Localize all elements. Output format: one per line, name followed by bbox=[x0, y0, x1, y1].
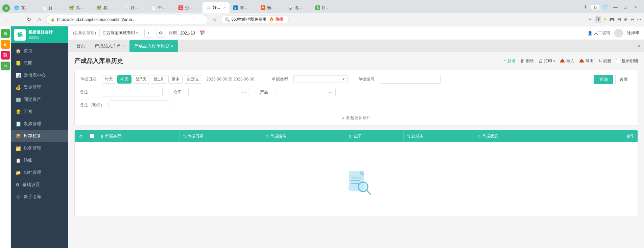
maximize-button[interactable]: □ bbox=[621, 3, 630, 12]
date-week-btn[interactable]: 近7天 bbox=[133, 75, 149, 84]
product-dots-icon[interactable]: ··· bbox=[329, 89, 333, 95]
page-tab-home[interactable]: 首页 bbox=[72, 40, 90, 52]
add-button[interactable]: + 新增 bbox=[504, 58, 516, 64]
date-month-btn[interactable]: 近1月 bbox=[151, 75, 167, 84]
browser-tab-11[interactable]: 📊 各... bbox=[285, 3, 312, 13]
browser-back-btn[interactable]: ⊕ bbox=[1, 3, 11, 13]
quick-app-3[interactable]: 微 bbox=[1, 51, 10, 60]
game-icon[interactable]: 🎮 bbox=[609, 17, 615, 22]
browser-tab-10[interactable]: M 畅... bbox=[257, 3, 284, 13]
reload-button[interactable]: ↻ bbox=[24, 15, 33, 24]
scissors-icon[interactable]: ✂ bbox=[588, 17, 592, 22]
filter-settings-button[interactable]: 设置 bbox=[615, 75, 632, 84]
note-detail-input[interactable] bbox=[109, 100, 169, 109]
page-tab-voucher-list[interactable]: 产成品入库单 × bbox=[90, 40, 129, 52]
note-input[interactable] bbox=[102, 88, 163, 96]
home-button[interactable]: ⌂ bbox=[35, 15, 44, 24]
col-warehouse[interactable]: ⇅ 仓库 bbox=[345, 130, 403, 142]
select-all-checkbox[interactable] bbox=[90, 134, 94, 138]
sun-icon[interactable]: ☀ bbox=[624, 17, 628, 22]
currency-icon[interactable]: ¥ bbox=[604, 17, 606, 22]
sidebar-item-guide[interactable]: ➕ 新手引导 bbox=[11, 191, 68, 203]
shirt-icon[interactable]: 👕 bbox=[601, 3, 610, 12]
date-today-btn[interactable]: 今天 bbox=[117, 75, 132, 84]
col-type[interactable]: ⇅ 单据类型 bbox=[97, 130, 179, 142]
query-button[interactable]: 查询 bbox=[594, 75, 613, 84]
undo-icon[interactable]: ↩ bbox=[630, 17, 634, 22]
browser-tab-2[interactable]: 📄 新... bbox=[38, 3, 65, 13]
sidebar-item-fixed-assets[interactable]: 🏢 固定资产 bbox=[11, 93, 68, 106]
warehouse-dots-icon[interactable]: ··· bbox=[242, 89, 246, 95]
browser-tab-5[interactable]: ☁️ 好... bbox=[120, 3, 147, 13]
col-status[interactable]: ⇅ 单据状态 bbox=[474, 130, 557, 142]
sidebar-item-settings[interactable]: ⚙ 基础设置 bbox=[11, 179, 68, 191]
display-cols-checkbox[interactable] bbox=[616, 59, 620, 63]
company-selector[interactable]: 江西服宝测试专用 ▾ bbox=[99, 29, 141, 37]
collapse-button[interactable]: ∧ 收起更多条件 bbox=[80, 112, 632, 121]
voucher-type-select[interactable]: ▾ bbox=[293, 75, 348, 83]
date-yesterday-label: 昨天 bbox=[105, 77, 113, 82]
export-button[interactable]: 📤 导出 bbox=[579, 58, 594, 64]
col-total-cost[interactable]: ⇅ 总成本 bbox=[403, 130, 474, 142]
back-button[interactable]: ← bbox=[3, 15, 11, 24]
col-date[interactable]: ⇅ 单据日期 bbox=[179, 130, 262, 142]
sidebar-item-finance[interactable]: 💰 资金管理 bbox=[11, 81, 68, 93]
sidebar-item-tax[interactable]: 🗂️ 税务管理 bbox=[11, 142, 68, 154]
date-yesterday-btn[interactable]: 昨天 bbox=[102, 75, 116, 84]
browser-tab-6[interactable]: 📄 个... bbox=[148, 3, 175, 13]
tab-count-badge[interactable]: 12 bbox=[591, 5, 599, 9]
browser-tab-4[interactable]: 🌿 易... bbox=[93, 3, 120, 13]
sidebar-item-archive[interactable]: 📁 归档管理 bbox=[11, 166, 68, 179]
warehouse-select[interactable]: ··· bbox=[188, 88, 249, 96]
col-checkbox[interactable] bbox=[87, 130, 97, 142]
page-tab-history[interactable]: 产成品入库单历史 × bbox=[129, 40, 178, 52]
app-topbar: (勿删勿禁用) 江西服宝测试专用 ▾ + ⚙ 账期 2021-10 📅 bbox=[68, 26, 644, 40]
quick-app-1[interactable]: ⊕ bbox=[1, 29, 10, 38]
forward-button[interactable]: → bbox=[14, 15, 22, 24]
refresh-button[interactable]: ↻ 刷新 bbox=[598, 58, 611, 64]
browser-tab-3[interactable]: 🌿 易... bbox=[66, 3, 93, 13]
company-settings-button[interactable]: ⚙ bbox=[157, 29, 165, 38]
more-icon[interactable]: ⋯ bbox=[637, 17, 641, 22]
sidebar-item-home[interactable]: 🏠 首页 bbox=[11, 45, 68, 57]
browser-search-bar[interactable]: 🔍 360智能抠图免费用 🔥 热搜 bbox=[221, 16, 289, 23]
sidebar-item-close-accounts[interactable]: 📋 结账 bbox=[11, 154, 68, 166]
sidebar-item-inventory[interactable]: 📦 库存核算 bbox=[11, 130, 68, 142]
address-bar[interactable]: 🔒 https://cloud.chanjet.com/accounting/u… bbox=[46, 15, 208, 24]
translate-icon[interactable]: 译 bbox=[595, 16, 601, 23]
quick-app-4[interactable]: ✉ bbox=[1, 62, 10, 70]
print-button[interactable]: 🖨 打印 ▾ bbox=[539, 58, 555, 64]
browser-tab-9[interactable]: 🐧 腾... bbox=[230, 3, 257, 13]
calendar-button[interactable]: 📅 bbox=[198, 29, 206, 37]
display-cols-button[interactable]: 显示明细 bbox=[616, 58, 638, 64]
user-avatar[interactable] bbox=[614, 29, 623, 38]
sidebar-item-payroll[interactable]: 👷 工资 bbox=[11, 106, 68, 118]
user-service-button[interactable]: 👤 人工咨询 bbox=[588, 30, 610, 36]
close-window-button[interactable]: × bbox=[631, 3, 640, 12]
tab8-close-icon[interactable]: × bbox=[223, 5, 225, 9]
add-company-button[interactable]: + bbox=[144, 29, 153, 38]
new-tab-button[interactable]: + bbox=[581, 3, 590, 12]
import-button[interactable]: 📥 导入 bbox=[560, 58, 574, 64]
product-select[interactable]: ··· bbox=[275, 88, 336, 96]
browser-tab-12[interactable]: S 目... bbox=[312, 3, 339, 13]
browser-tab-1[interactable]: 🌐 在... bbox=[11, 3, 38, 13]
delete-button[interactable]: 🗑 删除 bbox=[520, 58, 534, 64]
bookmark-button[interactable]: ☆ bbox=[210, 15, 219, 24]
col-gear[interactable]: ⚙ bbox=[75, 130, 87, 142]
date-custom-btn[interactable]: 自定义 bbox=[184, 75, 202, 84]
page-tab-history-close[interactable]: × bbox=[171, 44, 173, 48]
date-more-btn[interactable]: 更多 bbox=[168, 75, 183, 84]
col-no[interactable]: ⇅ 单据编号 bbox=[262, 130, 345, 142]
sidebar-item-invoice[interactable]: 🧾 发票管理 bbox=[11, 118, 68, 130]
sidebar-item-ledger[interactable]: 📒 总账 bbox=[11, 57, 68, 69]
panel-close-icon[interactable]: × bbox=[638, 43, 641, 49]
grid-icon[interactable]: ⊞ bbox=[617, 17, 621, 22]
browser-tab-7[interactable]: C 企... bbox=[175, 3, 202, 13]
voucher-no-input[interactable] bbox=[380, 75, 441, 84]
sidebar-item-reports[interactable]: 📊 云报表中心 bbox=[11, 69, 68, 81]
page-tab-voucher-list-close[interactable]: × bbox=[122, 44, 125, 48]
quick-app-2[interactable]: ★ bbox=[1, 40, 10, 49]
browser-tab-8-active[interactable]: ☁️ 好... × bbox=[202, 2, 230, 13]
minimize-button[interactable]: — bbox=[611, 3, 620, 12]
